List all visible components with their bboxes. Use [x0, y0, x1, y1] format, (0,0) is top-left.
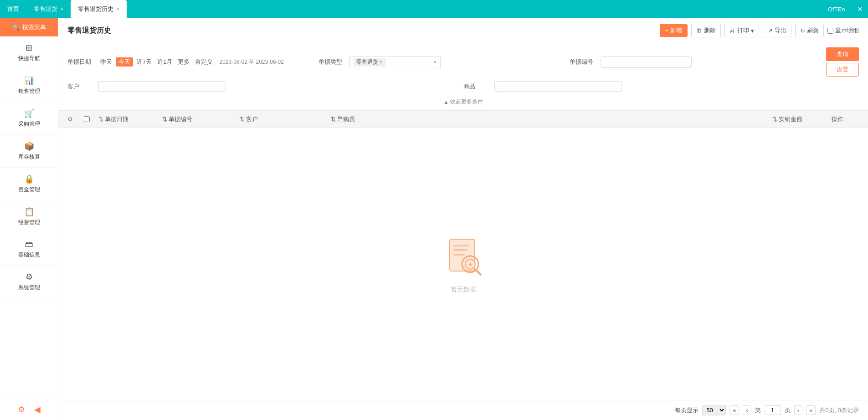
th-date-label: 单据日期	[105, 115, 128, 123]
th-no[interactable]: ⇅ 单据编号	[159, 115, 236, 123]
sidebar-search[interactable]: 🔍 搜索菜单	[0, 18, 58, 36]
th-check[interactable]	[78, 116, 95, 122]
tab-retail-return[interactable]: 零售退货 ×	[26, 0, 71, 18]
setting-button[interactable]: 设置	[826, 63, 859, 77]
tab-retail-return-close[interactable]: ×	[60, 6, 63, 12]
collapse-row: ▲ 收起更多条件	[67, 96, 859, 110]
sidebar: 🔍 搜索菜单 ⊞ 快捷导航 📊 销售管理 🛒 采购管理 📦 库存核算 🔒 资金管…	[0, 18, 58, 420]
sidebar-item-system[interactable]: ⚙ 系统管理	[0, 266, 58, 298]
type-filter-tag-text: 零售退货	[356, 58, 378, 66]
th-amount-label: 实销金额	[779, 115, 802, 123]
filter-row-1: 单据日期 昨天 今天 近7天 近1月 更多 自定义 2023-06-02 至 2…	[67, 47, 859, 77]
table-header: ⚙ ⇅ 单据日期 ⇅ 单据编号 ⇅ 客户 ⇅ 导购员	[58, 111, 868, 128]
sidebar-item-quicknav[interactable]: ⊞ 快捷导航	[0, 36, 58, 69]
collapse-button[interactable]: ▲ 收起更多条件	[443, 98, 483, 106]
sidebar-item-basic-info-label: 基础信息	[18, 251, 40, 259]
date-opt-today[interactable]: 今天	[116, 57, 133, 67]
sidebar-item-purchase[interactable]: 🛒 采购管理	[0, 102, 58, 135]
date-opt-yesterday[interactable]: 昨天	[98, 57, 114, 67]
system-icon: ⚙	[26, 272, 33, 282]
th-customer-label: 客户	[246, 115, 258, 123]
type-filter-tag: 零售退货 ×	[354, 58, 385, 67]
sidebar-item-finance[interactable]: 🔒 资金管理	[0, 168, 58, 200]
print-icon: 🖨	[729, 27, 735, 34]
sort-amount-icon: ⇅	[772, 116, 777, 123]
page-input[interactable]	[765, 405, 781, 415]
sidebar-item-sales[interactable]: 📊 销售管理	[0, 69, 58, 102]
refresh-icon: ↻	[800, 27, 805, 34]
empty-state: 暂无数据	[58, 128, 868, 400]
prev-page-button[interactable]: ‹	[743, 405, 751, 415]
total-info: 共0页, 0条记录	[819, 406, 859, 415]
type-filter-label: 单据类型	[318, 58, 346, 66]
tab-retail-return-history[interactable]: 零售退货历史 ×	[71, 0, 127, 18]
filter-row-2: 客户 ... 商品 ...	[67, 81, 859, 92]
tab-retail-return-history-label: 零售退货历史	[78, 5, 113, 13]
date-opt-7days[interactable]: 近7天	[135, 57, 154, 67]
sidebar-item-system-label: 系统管理	[18, 284, 40, 292]
select-all-checkbox[interactable]	[84, 116, 90, 122]
show-detail-checkbox-label[interactable]: 显示明细	[827, 26, 859, 35]
last-page-button[interactable]: »	[806, 405, 816, 415]
type-filter-col: 单据类型 零售退货 × ▾	[318, 56, 570, 68]
th-date[interactable]: ⇅ 单据日期	[95, 115, 159, 123]
sidebar-item-quicknav-label: 快捷导航	[18, 55, 40, 62]
top-bar-brand: OfTEn	[828, 6, 845, 13]
collapse-sidebar-icon[interactable]: ◀	[34, 405, 41, 415]
delete-button[interactable]: 🗑 删除	[691, 24, 721, 37]
number-filter-input[interactable]	[601, 56, 692, 68]
sidebar-item-basic-info[interactable]: 🗃 基础信息	[0, 233, 58, 266]
th-op-label: 操作	[832, 115, 843, 123]
sidebar-item-operations[interactable]: 📋 经营管理	[0, 200, 58, 233]
customer-filter-select[interactable]: ...	[98, 81, 226, 92]
tab-retail-return-history-close[interactable]: ×	[116, 6, 119, 12]
type-filter-select[interactable]: 零售退货 × ▾	[349, 56, 441, 68]
type-filter-tag-remove[interactable]: ×	[380, 59, 383, 65]
number-filter-col: 单据编号	[570, 56, 821, 68]
content-area: 零售退货历史 + 新增 🗑 删除 🖨 打印 ▾ ↗ 导出	[58, 18, 868, 420]
query-button[interactable]: 查询	[826, 47, 859, 61]
date-opt-more[interactable]: 更多	[176, 57, 191, 67]
tab-retail-return-label: 零售退货	[34, 5, 57, 13]
export-button[interactable]: ↗ 导出	[763, 24, 791, 37]
th-guide[interactable]: ⇅ 导购员	[327, 115, 409, 123]
th-settings[interactable]: ⚙	[62, 116, 78, 123]
tab-home[interactable]: 首页	[0, 0, 26, 18]
sort-no-icon: ⇅	[162, 116, 167, 123]
sidebar-item-sales-label: 销售管理	[18, 87, 40, 95]
show-detail-checkbox[interactable]	[827, 28, 833, 34]
tab-home-label: 首页	[7, 5, 19, 13]
tab-list: 首页 零售退货 × 零售退货历史 ×	[0, 0, 828, 18]
goods-filter-select[interactable]: ...	[494, 81, 622, 92]
date-opt-custom[interactable]: 自定义	[193, 57, 215, 67]
date-filter-label: 单据日期	[67, 58, 95, 66]
goods-filter-placeholder: ...	[498, 83, 503, 90]
refresh-button[interactable]: ↻ 刷新	[795, 24, 824, 37]
goods-filter-label: 商品	[463, 82, 491, 91]
sidebar-item-inventory[interactable]: 📦 库存核算	[0, 135, 58, 168]
add-button[interactable]: + 新增	[660, 24, 688, 37]
date-options: 昨天 今天 近7天 近1月 更多 自定义 2023-06-02 至 2023-0…	[98, 57, 284, 67]
svg-line-6	[476, 270, 481, 275]
settings-bottom-icon[interactable]: ⚙	[18, 405, 25, 415]
pagination: 每页显示 50 10 20 100 « ‹ 第 页 › » 共0页, 0条记录	[58, 400, 868, 420]
filter-area: 单据日期 昨天 今天 近7天 近1月 更多 自定义 2023-06-02 至 2…	[67, 43, 859, 110]
export-label: 导出	[775, 26, 786, 35]
sidebar-item-operations-label: 经营管理	[18, 219, 40, 226]
next-page-button[interactable]: ›	[794, 405, 802, 415]
sidebar-bottom: ⚙ ◀	[0, 399, 58, 420]
export-icon: ↗	[768, 27, 773, 34]
print-button[interactable]: 🖨 打印 ▾	[724, 24, 759, 37]
sort-date-icon: ⇅	[98, 116, 103, 123]
svg-rect-2	[453, 249, 467, 251]
th-customer[interactable]: ⇅ 客户	[236, 115, 327, 123]
date-opt-1month[interactable]: 近1月	[155, 57, 174, 67]
th-amount[interactable]: ⇅ 实销金额	[769, 115, 828, 123]
page-header: 零售退货历史 + 新增 🗑 删除 🖨 打印 ▾ ↗ 导出	[58, 18, 868, 111]
window-close-button[interactable]: ×	[852, 5, 868, 14]
delete-icon: 🗑	[696, 27, 702, 34]
toolbar: + 新增 🗑 删除 🖨 打印 ▾ ↗ 导出 ↻	[660, 24, 859, 37]
page-size-select[interactable]: 50 10 20 100	[702, 405, 726, 415]
first-page-button[interactable]: «	[729, 405, 739, 415]
print-label: 打印	[737, 26, 749, 35]
